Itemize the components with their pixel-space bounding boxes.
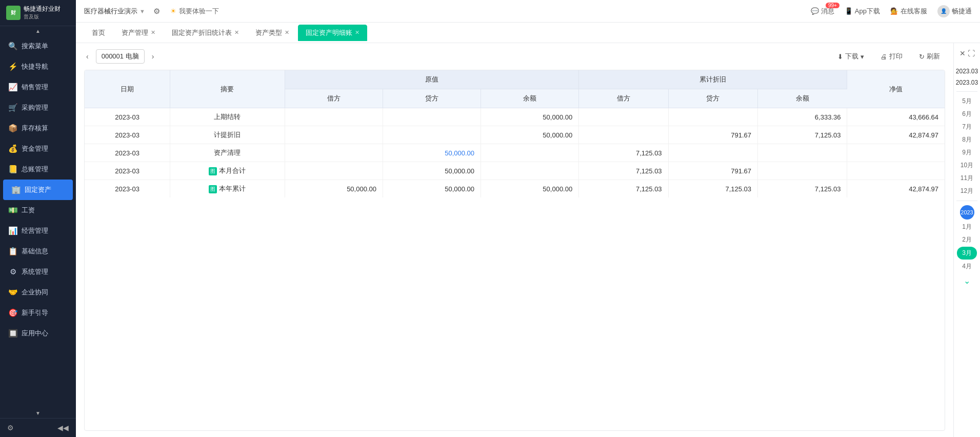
download-button[interactable]: ⬇ 下载 ▾	[832, 49, 869, 64]
right-panel-year-label2: 2023.03	[956, 77, 978, 88]
notification-button[interactable]: 💬 消息 99+	[811, 7, 834, 16]
cell-date: 2023-03	[85, 126, 170, 144]
cooperation-icon: 🤝	[8, 288, 17, 297]
capital-icon: 💰	[8, 144, 17, 153]
th-date: 日期	[85, 70, 170, 108]
th-depreciation: 累计折旧	[579, 70, 847, 89]
th-dep-credit: 贷方	[668, 89, 757, 108]
cell-dep-credit: 791.67	[668, 162, 757, 180]
footer-collapse-icon[interactable]: ◀◀	[57, 424, 69, 432]
month-3-active[interactable]: 3月	[957, 247, 977, 260]
sidebar-item-app-center[interactable]: 🔲 应用中心	[0, 323, 76, 344]
experience-icon: ☀	[170, 7, 176, 15]
print-button[interactable]: 🖨 打印	[875, 49, 908, 64]
sidebar-item-basic-info[interactable]: 📋 基础信息	[0, 241, 76, 262]
sidebar-item-search[interactable]: 🔍 搜索菜单	[0, 36, 76, 56]
right-panel-close-icon[interactable]: ✕	[959, 49, 966, 62]
cell-net-value: 43,666.64	[847, 108, 945, 126]
tab-depreciation-stats[interactable]: 固定资产折旧统计表 ✕	[164, 25, 247, 41]
tab-asset-type[interactable]: 资产类型 ✕	[248, 25, 297, 41]
salary-icon: 💵	[8, 206, 17, 215]
app-download-button[interactable]: 📱 App下载	[845, 7, 880, 16]
sidebar-item-system[interactable]: ⚙ 系统管理	[0, 262, 76, 282]
tab-close-asset-type[interactable]: ✕	[285, 29, 289, 36]
cell-summary-badge: 图本月合计	[170, 162, 285, 180]
tab-asset-detail[interactable]: 固定资产明细账 ✕	[298, 25, 367, 41]
cell-dep-debit	[579, 108, 668, 126]
tab-asset-mgmt[interactable]: 资产管理 ✕	[114, 25, 163, 41]
topnav-settings-icon[interactable]: ⚙	[153, 7, 160, 16]
month-5[interactable]: 5月	[954, 95, 980, 108]
sidebar: 财 畅捷通好业财 普及版 ▲ 🔍 搜索菜单 ⚡ 快捷导航 📈 销售管理 🛒 采购…	[0, 0, 76, 437]
sidebar-item-fixed-assets[interactable]: 🏢 固定资产	[3, 180, 73, 200]
month-8[interactable]: 8月	[954, 133, 980, 146]
sidebar-item-cooperation[interactable]: 🤝 企业协同	[0, 282, 76, 303]
app-center-icon: 🔲	[8, 329, 17, 338]
cell-orig-debit	[285, 126, 383, 144]
cell-summary: 计提折旧	[170, 126, 285, 144]
basic-info-icon: 📋	[8, 247, 17, 256]
cell-dep-credit: 7,125.03	[668, 180, 757, 198]
tab-close-asset-detail[interactable]: ✕	[355, 29, 359, 36]
right-panel-expand-icon[interactable]: ⛶	[968, 49, 975, 57]
tab-close-depreciation-stats[interactable]: ✕	[234, 29, 239, 36]
search-icon: 🔍	[8, 42, 17, 51]
th-dep-debit: 借方	[579, 89, 668, 108]
month-2[interactable]: 2月	[954, 233, 980, 246]
sidebar-item-purchase[interactable]: 🛒 采购管理	[0, 97, 76, 118]
user-avatar: 👤	[937, 5, 950, 17]
experience-button[interactable]: ☀ 我要体验一下	[170, 7, 219, 16]
sidebar-item-operations[interactable]: 📊 经营管理	[0, 221, 76, 241]
divider2	[956, 201, 977, 201]
sidebar-scroll-up[interactable]: ▲	[0, 26, 76, 36]
next-asset-button[interactable]: ›	[150, 50, 156, 63]
tab-home[interactable]: 首页	[84, 25, 113, 41]
cell-orig-balance: 50,000.00	[481, 180, 579, 198]
logo-text: 畅捷通好业财 普及版	[24, 5, 61, 21]
sidebar-scroll-down[interactable]: ▼	[0, 408, 76, 418]
cell-dep-debit	[579, 126, 668, 144]
cell-date: 2023-03	[85, 144, 170, 162]
right-panel-down-nav[interactable]: ⌄	[964, 276, 970, 286]
footer-settings-icon[interactable]: ⚙	[7, 424, 14, 432]
cell-dep-debit: 7,125.03	[579, 162, 668, 180]
month-6[interactable]: 6月	[954, 108, 980, 121]
cell-dep-credit: 791.67	[668, 126, 757, 144]
prev-asset-button[interactable]: ‹	[84, 50, 91, 63]
month-10[interactable]: 10月	[954, 159, 980, 172]
sidebar-item-capital[interactable]: 💰 资金管理	[0, 138, 76, 159]
month-7[interactable]: 7月	[954, 121, 980, 133]
data-table-wrapper: 日期 摘要 原值 累计折旧 净值 借方 贷方 余额 借方 贷方 余额	[84, 70, 945, 431]
month-1[interactable]: 1月	[954, 221, 980, 233]
online-service-button[interactable]: 💁 在线客服	[890, 7, 927, 16]
sidebar-item-sales[interactable]: 📈 销售管理	[0, 77, 76, 97]
sidebar-item-ledger[interactable]: 📒 总账管理	[0, 159, 76, 180]
tab-close-asset-mgmt[interactable]: ✕	[151, 29, 155, 36]
th-dep-balance: 余额	[758, 89, 847, 108]
cell-net-value: 42,874.97	[847, 180, 945, 198]
cell-orig-debit	[285, 144, 383, 162]
sidebar-item-inventory[interactable]: 📦 库存核算	[0, 118, 76, 138]
month-12[interactable]: 12月	[954, 185, 980, 197]
cell-net-value	[847, 144, 945, 162]
sidebar-item-guide[interactable]: 🎯 新手引导	[0, 303, 76, 323]
cell-orig-debit	[285, 108, 383, 126]
sidebar-item-quick-nav[interactable]: ⚡ 快捷导航	[0, 56, 76, 77]
year-current-label[interactable]: 2023	[960, 205, 974, 220]
cell-orig-balance	[481, 162, 579, 180]
top-nav: 医疗器械行业演示 ▼ ⚙ ☀ 我要体验一下 💬 消息 99+ 📱 App下载 💁…	[76, 0, 980, 23]
month-11[interactable]: 11月	[954, 172, 980, 185]
table-row-monthly-total: 2023-03 图本月合计 50,000.00 7,125.03 791.67	[85, 162, 945, 180]
cell-summary: 资产清理	[170, 144, 285, 162]
user-menu[interactable]: 👤 畅捷通	[937, 5, 972, 17]
company-selector[interactable]: 医疗器械行业演示 ▼	[84, 7, 145, 16]
purchase-icon: 🛒	[8, 103, 17, 112]
month-9[interactable]: 9月	[954, 146, 980, 159]
refresh-button[interactable]: ↻ 刷新	[914, 49, 945, 64]
cell-dep-credit	[668, 144, 757, 162]
print-icon: 🖨	[881, 53, 887, 61]
month-4[interactable]: 4月	[954, 260, 980, 273]
sidebar-item-salary[interactable]: 💵 工资	[0, 200, 76, 221]
monthly-total-badge-icon: 图	[209, 167, 217, 175]
cell-orig-debit	[285, 162, 383, 180]
